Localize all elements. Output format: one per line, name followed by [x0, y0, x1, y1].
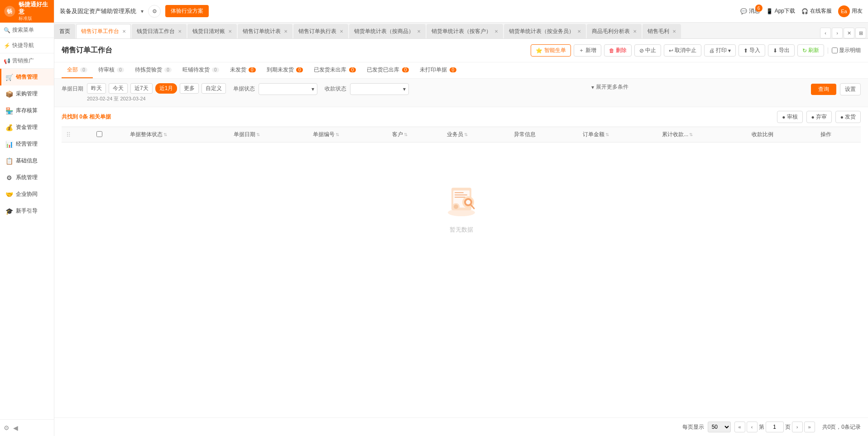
date-filter-btn-近1月[interactable]: 近1月: [155, 83, 177, 94]
select-all-checkbox[interactable]: [96, 131, 102, 137]
th-amount[interactable]: 订单金额⇅: [578, 127, 657, 142]
service-btn[interactable]: 🎧 在线客服: [801, 7, 832, 15]
export-btn[interactable]: ⬇ 导出: [768, 44, 795, 57]
batch-review-btn[interactable]: ● 审核: [777, 111, 802, 123]
show-detail-checkbox[interactable]: [832, 47, 838, 53]
page-num-input[interactable]: [766, 422, 784, 432]
tab-close-cash-reconcile[interactable]: ✕: [228, 29, 232, 34]
sub-tab-shipped-out[interactable]: 已发货已出库 0: [361, 62, 414, 78]
tab-sales-stat-prod[interactable]: 销货单统计表（按商品）✕: [349, 24, 426, 38]
topbar-dropdown-icon[interactable]: ▾: [141, 8, 144, 14]
tab-cash-reconcile[interactable]: 钱货日清对账✕: [187, 24, 237, 38]
sub-tab-label-all: 全部: [67, 66, 78, 73]
sub-tab-pending-review[interactable]: 待审核 0: [93, 62, 129, 78]
smart-gen-btn[interactable]: ⭐ 智能生单: [531, 44, 571, 57]
import-btn[interactable]: ⬆ 导入: [739, 44, 765, 57]
date-filter-btn-近7天[interactable]: 近7天: [130, 83, 153, 94]
prev-page-btn[interactable]: ‹: [747, 422, 758, 432]
sidebar-search[interactable]: 🔍 搜索菜单: [0, 23, 54, 38]
sidebar-promo[interactable]: 📢 营销推广: [0, 53, 54, 69]
last-page-btn[interactable]: »: [804, 422, 815, 432]
print-btn[interactable]: 🖨 打印 ▾: [704, 44, 736, 57]
col-label-customer: 客户: [392, 131, 403, 137]
sidebar-item-purchase[interactable]: 📦 采购管理: [0, 85, 54, 102]
tab-sales-stat-cust[interactable]: 销货单统计表（按客户）✕: [427, 24, 503, 38]
message-btn[interactable]: 💬 消息 6: [740, 7, 760, 15]
sidebar-item-coop[interactable]: 🤝 企业协同: [0, 186, 54, 203]
sub-tab-unprinted[interactable]: 未打印单据 0: [414, 62, 462, 78]
tab-close-sales-stat-prod[interactable]: ✕: [417, 29, 421, 34]
date-filter-btn-更多[interactable]: 更多: [180, 83, 199, 94]
tab-close-sales-order-stat[interactable]: ✕: [284, 29, 288, 34]
add-btn[interactable]: ＋ 新增: [574, 44, 601, 57]
th-status[interactable]: 单据整体状态⇅: [125, 127, 229, 142]
sidebar-item-inventory[interactable]: 🏪 库存核算: [0, 102, 54, 119]
page-label-prefix: 第: [759, 423, 764, 431]
tab-close-sales-order-exec[interactable]: ✕: [340, 29, 343, 34]
sub-tab-unshipped[interactable]: 未发货 0: [225, 62, 261, 78]
tab-scroll-right[interactable]: ›: [832, 28, 843, 38]
sub-tab-wangpu-pending[interactable]: 旺铺待发货 0: [177, 62, 225, 78]
tab-sales-order-stat[interactable]: 销售订单统计表✕: [238, 24, 293, 38]
refresh-btn[interactable]: ↻ 刷新: [797, 44, 824, 57]
tab-close-gross-margin[interactable]: ✕: [633, 29, 637, 34]
tab-maximize[interactable]: ⊞: [855, 28, 866, 38]
sidebar-item-basic[interactable]: 📋 基础信息: [0, 152, 54, 169]
stop-icon: ⊘: [639, 47, 644, 54]
next-page-btn[interactable]: ›: [792, 422, 803, 432]
th-date[interactable]: 单据日期⇅: [229, 127, 308, 142]
set-btn[interactable]: 设置: [840, 83, 861, 95]
sidebar-item-sales[interactable]: 🛒 销售管理: [0, 69, 54, 85]
user-area[interactable]: Ea 用友: [838, 5, 863, 17]
sidebar-item-finance[interactable]: 💰 资金管理: [0, 119, 54, 136]
sidebar-item-guide[interactable]: 🎓 新手引导: [0, 203, 54, 219]
collapse-icon[interactable]: ◀: [13, 424, 18, 431]
page-size-select[interactable]: 2050100: [708, 422, 731, 432]
sub-tab-overdue-unshipped[interactable]: 到期未发货 0: [261, 62, 309, 78]
tab-scroll-left[interactable]: ‹: [820, 28, 831, 38]
batch-unreviewed-btn[interactable]: ● 弃审: [806, 111, 832, 123]
query-btn[interactable]: 查询: [811, 84, 836, 95]
date-filter-btn-昨天[interactable]: 昨天: [87, 83, 106, 94]
sub-tab-all[interactable]: 全部 0: [62, 62, 93, 78]
th-salesman[interactable]: 业务员⇅: [442, 127, 509, 142]
industry-btn[interactable]: 体验行业方案: [165, 5, 209, 17]
stop-btn[interactable]: ⊘ 中止: [634, 44, 661, 57]
sub-tab-shipped-not-out[interactable]: 已发货未出库 0: [308, 62, 361, 78]
sidebar-quicknav[interactable]: ⚡ 快捷导航: [0, 38, 54, 53]
tab-sales-order-exec[interactable]: 销售订单执行表✕: [293, 24, 348, 38]
th-number[interactable]: 单据编号⇅: [308, 127, 388, 142]
tab-close-sales-workbench[interactable]: ✕: [122, 29, 126, 34]
tab-close-sales-stat-emp[interactable]: ✕: [577, 29, 581, 34]
sidebar-item-label-basic: 基础信息: [16, 157, 38, 165]
first-page-btn[interactable]: «: [734, 422, 745, 432]
filter-date-options: 昨天今天近7天近1月更多自定义 2023-02-24 至 2023-03-24: [87, 83, 226, 102]
show-detail-label[interactable]: 显示明细: [832, 47, 861, 54]
tab-close-sales-stat-cust[interactable]: ✕: [494, 29, 498, 34]
cancel-stop-btn[interactable]: ↩ 取消中止: [664, 44, 701, 57]
date-filter-btn-今天[interactable]: 今天: [109, 83, 128, 94]
th-customer[interactable]: 客户⇅: [388, 127, 442, 142]
tab-sales-profit[interactable]: 销售毛利✕: [643, 24, 681, 38]
tab-gross-margin[interactable]: 商品毛利分析表✕: [587, 24, 642, 38]
tab-home[interactable]: 首页: [54, 24, 75, 38]
app-download-btn[interactable]: 📱 App下载: [766, 7, 795, 15]
tab-close-all[interactable]: ✕: [844, 28, 854, 38]
batch-ship-btn[interactable]: ● 发货: [835, 111, 861, 123]
tab-cash-daily[interactable]: 钱货日清工作台✕: [132, 24, 187, 38]
date-filter-btn-自定义[interactable]: 自定义: [201, 83, 226, 94]
tab-close-cash-daily[interactable]: ✕: [178, 29, 182, 34]
delete-btn[interactable]: 🗑 删除: [604, 44, 632, 57]
sidebar-item-system[interactable]: ⚙ 系统管理: [0, 169, 54, 186]
sub-tab-pending-inspect[interactable]: 待拣货验货 0: [129, 62, 177, 78]
th-collected[interactable]: 累计收款...⇅: [657, 127, 747, 142]
settings-icon[interactable]: ⚙: [4, 424, 10, 431]
payment-select[interactable]: ▾: [350, 83, 409, 95]
topbar-settings-btn[interactable]: ⚙: [148, 5, 161, 18]
sidebar-item-operation[interactable]: 📊 经营管理: [0, 136, 54, 152]
tab-close-sales-profit[interactable]: ✕: [672, 29, 676, 34]
status-select[interactable]: ▾: [259, 83, 317, 95]
tab-sales-workbench[interactable]: 销售订单工作台✕: [76, 24, 131, 38]
expand-more-btn[interactable]: ▾ 展开更多条件: [591, 83, 628, 91]
tab-sales-stat-emp[interactable]: 销货单统计表（按业务员）✕: [504, 24, 586, 38]
